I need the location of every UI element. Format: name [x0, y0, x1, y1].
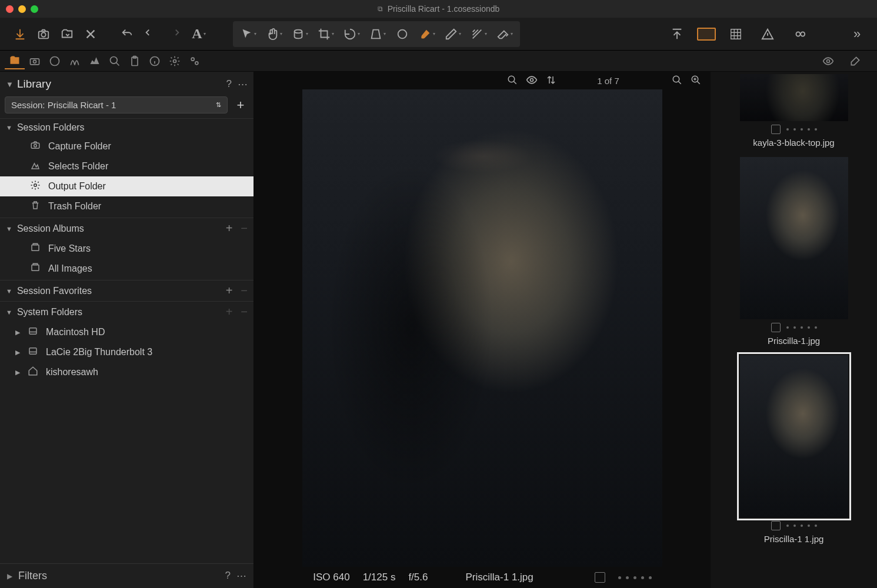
loupe-tool[interactable]: ▾ [287, 22, 313, 46]
edit-toggle[interactable] [845, 53, 865, 69]
chevron-right-icon[interactable]: ▶ [15, 329, 22, 336]
export-button[interactable] [665, 22, 689, 46]
thumb-color-tag[interactable] [771, 521, 781, 530]
chevron-right-icon[interactable]: ▶ [15, 369, 22, 376]
add-system-button[interactable]: + [226, 305, 233, 319]
capture-button[interactable] [32, 22, 55, 46]
session-albums-label: Session Albums [17, 223, 84, 234]
import-button[interactable] [8, 22, 32, 46]
tab-color[interactable] [65, 53, 85, 69]
pan-tool[interactable]: ▾ [261, 22, 287, 46]
window-zoom-button[interactable] [31, 5, 38, 13]
tab-adjustments[interactable] [125, 53, 145, 69]
preview-toggle[interactable] [818, 53, 838, 69]
reset-button[interactable] [139, 22, 162, 46]
select-tool[interactable]: ▾ [235, 22, 261, 46]
focus-mask-toggle[interactable] [788, 22, 811, 46]
proof-toggle[interactable] [526, 74, 538, 88]
color-tag-selector[interactable] [595, 572, 605, 583]
add-favorite-button[interactable]: + [226, 284, 233, 298]
tab-metadata[interactable] [145, 53, 165, 69]
window-close-button[interactable] [6, 5, 14, 13]
session-favorites-header[interactable]: ▼ Session Favorites + − [0, 280, 254, 301]
help-button[interactable]: ? [226, 78, 232, 91]
filters-menu-button[interactable]: ⋯ [236, 570, 246, 582]
tab-capture[interactable] [25, 53, 45, 69]
library-panel-header[interactable]: ▼ Library ? ⋯ [0, 72, 254, 96]
tab-batch[interactable] [185, 53, 205, 69]
folder-item[interactable]: Selects Folder [0, 156, 254, 176]
rating-dot [786, 524, 789, 527]
remove-favorite-button[interactable]: − [241, 284, 248, 298]
thumb-color-tag[interactable] [771, 323, 781, 332]
export-icon [671, 28, 683, 41]
system-folders-header[interactable]: ▼ System Folders + − [0, 302, 254, 322]
system-item[interactable]: ▶Macintosh HD [0, 322, 254, 342]
undo-icon [121, 28, 134, 41]
thumbnail-image[interactable] [740, 74, 848, 121]
window-minimize-button[interactable] [18, 5, 26, 13]
grid-toggle[interactable] [724, 22, 748, 46]
zoom-search-button[interactable] [507, 75, 518, 87]
spot-tool[interactable] [391, 22, 414, 46]
rating-selector[interactable] [618, 576, 652, 579]
system-folders-label: System Folders [17, 307, 82, 318]
tab-lens[interactable] [45, 53, 65, 69]
crop-overlay-toggle[interactable] [697, 28, 716, 41]
warning-toggle[interactable] [756, 22, 779, 46]
tab-details[interactable] [105, 53, 125, 69]
delete-button[interactable] [79, 22, 102, 46]
browser-filter-button[interactable] [691, 75, 701, 87]
add-album-button[interactable]: + [226, 222, 233, 235]
album-item[interactable]: All Images [0, 259, 254, 279]
thumb-rating[interactable] [786, 128, 817, 131]
overflow-button[interactable]: » [845, 22, 869, 46]
panel-menu-button[interactable]: ⋯ [238, 78, 248, 91]
thumb-rating[interactable] [786, 524, 817, 527]
undo-button[interactable] [115, 22, 139, 46]
session-selector[interactable]: Session: Priscilla Ricart - 1 ⇅ [5, 96, 228, 113]
auto-adjust-button[interactable]: A▾ [186, 22, 212, 46]
filters-panel-header[interactable]: ▶ Filters ? ⋯ [0, 563, 254, 588]
remove-system-button[interactable]: − [241, 305, 248, 319]
svg-point-24 [508, 76, 515, 82]
thumb-color-tag[interactable] [771, 125, 781, 134]
folder-item[interactable]: Capture Folder [0, 136, 254, 156]
document-icon: ⧉ [378, 5, 383, 13]
session-folders-header[interactable]: ▼ Session Folders [0, 119, 254, 136]
crop-tool[interactable]: ▾ [313, 22, 339, 46]
eraser-tool[interactable]: ▾ [492, 22, 518, 46]
tab-output[interactable] [165, 53, 185, 69]
tab-exposure[interactable] [85, 53, 105, 69]
brush-tool[interactable]: ▾ [414, 22, 440, 46]
folder-item[interactable]: Trash Folder [0, 196, 254, 216]
rotate-tool[interactable]: ▾ [339, 22, 365, 46]
svg-rect-21 [33, 263, 38, 265]
gradient-icon [471, 28, 483, 41]
system-item[interactable]: ▶LaCie 2Big Thunderbolt 3 [0, 342, 254, 362]
new-session-button[interactable]: + [232, 97, 249, 113]
gradient-tool[interactable]: ▾ [466, 22, 492, 46]
thumbnail-browser: kayla-3-black-top.jpg Priscilla-1.jpg Pr… [711, 72, 877, 588]
chevron-right-icon[interactable]: ▶ [15, 349, 22, 356]
album-item[interactable]: Five Stars [0, 239, 254, 259]
keystone-tool[interactable]: ▾ [365, 22, 391, 46]
session-albums-header[interactable]: ▼ Session Albums + − [0, 218, 254, 239]
info-iso: ISO 640 [313, 572, 349, 583]
tab-library[interactable] [5, 53, 25, 69]
filters-help-button[interactable]: ? [225, 570, 231, 582]
redo-button[interactable] [162, 22, 186, 46]
thumbnail-image[interactable] [740, 157, 848, 319]
move-button[interactable] [55, 22, 79, 46]
browser-search-button[interactable] [672, 75, 682, 87]
grid-icon [729, 28, 742, 41]
remove-album-button[interactable]: − [241, 222, 248, 235]
system-item[interactable]: ▶kishoresawh [0, 362, 254, 382]
folder-item[interactable]: Output Folder [0, 176, 254, 196]
thumb-rating[interactable] [786, 326, 817, 329]
left-tool-panel: ▼ Library ? ⋯ Session: Priscilla Ricart … [0, 72, 254, 588]
adjust-brush-tool[interactable]: ▾ [440, 22, 466, 46]
thumbnail-image[interactable] [740, 355, 848, 517]
sort-button[interactable] [546, 75, 556, 87]
main-image-preview[interactable] [302, 89, 662, 567]
